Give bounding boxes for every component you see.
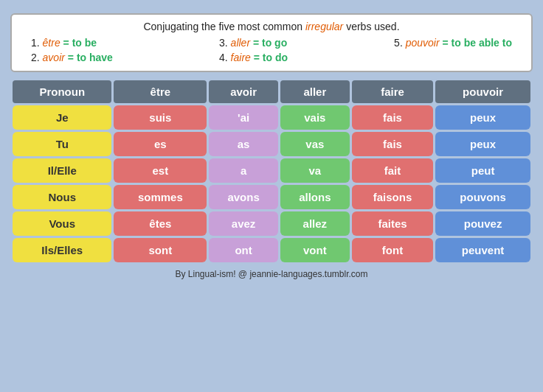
verb-num-2: 2. bbox=[31, 52, 43, 63]
verb-num-1: 1. bbox=[31, 37, 43, 49]
table-cell: vais bbox=[280, 105, 350, 130]
verb-name-5: pouvoir bbox=[406, 37, 440, 49]
table-cell: Je bbox=[13, 105, 111, 130]
intro-after: verbs used. bbox=[343, 21, 399, 32]
verb-name-3: aller bbox=[231, 37, 250, 49]
table-cell: ont bbox=[209, 238, 278, 262]
table-cell: Tu bbox=[13, 132, 111, 156]
table-cell: vont bbox=[280, 238, 350, 262]
verb-entry-5: 5. pouvoir = to be able to bbox=[394, 37, 512, 49]
verbs-list: 1. être = to be 2. avoir = to have 3. al… bbox=[24, 37, 519, 63]
table-cell: va bbox=[280, 158, 350, 183]
table-cell: fait bbox=[352, 158, 433, 183]
table-cell: as bbox=[209, 132, 278, 156]
table-row: Jesuis'aivaisfaispeux bbox=[13, 105, 530, 130]
table-cell: suis bbox=[114, 105, 207, 130]
table-row: Noussommesavonsallonsfaisonspouvons bbox=[13, 185, 530, 209]
header-avoir: avoir bbox=[209, 80, 278, 103]
verb-num-4: 4. bbox=[219, 52, 231, 63]
verb-name-2: avoir bbox=[43, 52, 65, 63]
header-pouvoir: pouvoir bbox=[435, 80, 530, 103]
verb-name-4: faire bbox=[231, 52, 251, 63]
intro-box: Conjugating the five most common irregul… bbox=[10, 13, 533, 72]
table-cell: avez bbox=[209, 211, 278, 236]
verbs-col-right: 5. pouvoir = to be able to bbox=[394, 37, 512, 49]
verb-meaning-text-5: = to be able to bbox=[442, 37, 512, 49]
header-etre: être bbox=[114, 80, 207, 103]
table-cell: es bbox=[114, 132, 207, 156]
table-row: Ils/Ellessontontvontfontpeuvent bbox=[13, 238, 530, 262]
table-cell: font bbox=[352, 238, 433, 262]
table-cell: vas bbox=[280, 132, 350, 156]
table-cell: Nous bbox=[13, 185, 111, 209]
irregular-word: irregular bbox=[305, 21, 343, 32]
table-cell: peux bbox=[435, 105, 530, 130]
header-pronoun: Pronoun bbox=[13, 80, 111, 103]
table-header-row: Pronoun être avoir aller faire pouvoir bbox=[13, 80, 530, 103]
intro-text: Conjugating the five most common irregul… bbox=[24, 21, 519, 32]
table-cell: pouvons bbox=[435, 185, 530, 209]
table-cell: est bbox=[114, 158, 207, 183]
table-cell: peut bbox=[435, 158, 530, 183]
table-row: Il/Elleestavafaitpeut bbox=[13, 158, 530, 183]
table-cell: Ils/Elles bbox=[13, 238, 111, 262]
verb-meaning-text-2: = to have bbox=[68, 52, 113, 63]
verbs-col-mid: 3. aller = to go 4. faire = to do bbox=[219, 37, 288, 63]
verb-entry-1: 1. être = to be bbox=[31, 37, 113, 49]
verb-meaning-text-3: = to go bbox=[253, 37, 287, 49]
table-cell: faisons bbox=[352, 185, 433, 209]
table-cell: sont bbox=[114, 238, 207, 262]
table-cell: Vous bbox=[13, 211, 111, 236]
table-cell: allez bbox=[280, 211, 350, 236]
verb-name-1: être bbox=[43, 37, 60, 49]
intro-before: Conjugating the five most common bbox=[143, 21, 305, 32]
table-cell: Il/Elle bbox=[13, 158, 111, 183]
header-faire: faire bbox=[352, 80, 433, 103]
verbs-col-left: 1. être = to be 2. avoir = to have bbox=[31, 37, 113, 63]
table-cell: 'ai bbox=[209, 105, 278, 130]
table-cell: sommes bbox=[114, 185, 207, 209]
table-cell: fais bbox=[352, 132, 433, 156]
verb-num-3: 3. bbox=[219, 37, 231, 49]
verb-num-5: 5. bbox=[394, 37, 406, 49]
table-cell: peux bbox=[435, 132, 530, 156]
table-cell: peuvent bbox=[435, 238, 530, 262]
verb-meaning-text-1: = to be bbox=[63, 37, 97, 49]
header-aller: aller bbox=[280, 80, 350, 103]
verb-entry-3: 3. aller = to go bbox=[219, 37, 288, 49]
table-cell: pouvez bbox=[435, 211, 530, 236]
verb-meaning-text-4: = to do bbox=[254, 52, 288, 63]
table-row: Vousêtesavezallezfaitespouvez bbox=[13, 211, 530, 236]
table-cell: a bbox=[209, 158, 278, 183]
table-cell: faites bbox=[352, 211, 433, 236]
table-cell: allons bbox=[280, 185, 350, 209]
table-cell: êtes bbox=[114, 211, 207, 236]
verb-entry-2: 2. avoir = to have bbox=[31, 52, 113, 63]
footer: By Lingual-ism! @ jeannie-languages.tumb… bbox=[176, 269, 368, 279]
table-cell: fais bbox=[352, 105, 433, 130]
table-cell: avons bbox=[209, 185, 278, 209]
conjugation-table: Pronoun être avoir aller faire pouvoir J… bbox=[10, 78, 533, 265]
table-row: Tuesasvasfaispeux bbox=[13, 132, 530, 156]
verb-entry-4: 4. faire = to do bbox=[219, 52, 288, 63]
